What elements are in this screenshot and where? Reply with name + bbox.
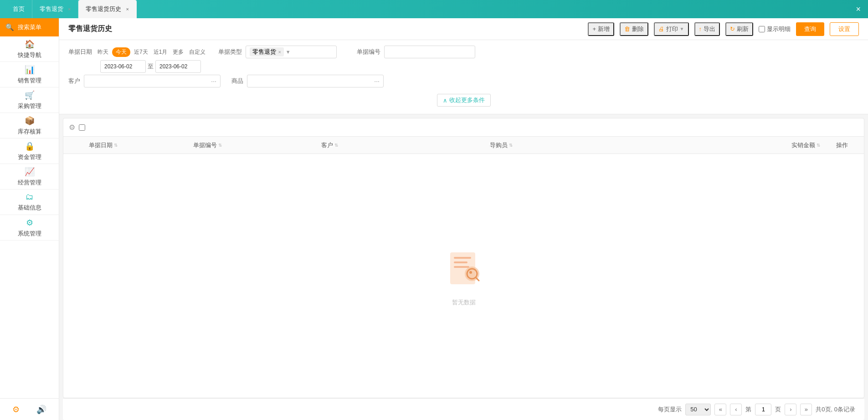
sidebar-item-purchase[interactable]: 🛒 采购管理: [0, 87, 59, 113]
date-btn-yesterday[interactable]: 昨天: [96, 47, 110, 57]
show-detail-checkbox-container[interactable]: 显示明细: [759, 25, 791, 33]
col-date-header[interactable]: 单据日期 ⇅: [85, 141, 190, 149]
tab-retail-return-label: 零售退货: [40, 5, 63, 13]
type-tag-input[interactable]: 零售退货 × ▼: [246, 46, 337, 58]
collapse-filter-button[interactable]: ∧ 收起更多条件: [437, 94, 491, 107]
prev-page-button[interactable]: ‹: [730, 404, 742, 415]
top-bar: 首页 零售退货 × 零售退货历史 × ×: [0, 0, 868, 18]
last-page-icon: »: [805, 406, 808, 413]
goods-select[interactable]: ···: [247, 75, 384, 87]
next-page-button[interactable]: ›: [785, 404, 796, 415]
filter-row-2: 客户 ··· 商品 ···: [68, 75, 859, 87]
tab-retail-return[interactable]: 零售退货 ×: [32, 0, 78, 18]
col-no-header[interactable]: 单据编号 ⇅: [190, 141, 318, 149]
sidebar-item-inventory[interactable]: 📦 库存核算: [0, 113, 59, 138]
date-btn-custom[interactable]: 自定义: [187, 47, 207, 57]
page-size-select[interactable]: 10 20 50 100: [685, 404, 711, 415]
date-btn-more[interactable]: 更多: [171, 47, 185, 57]
date-btn-1month[interactable]: 近1月: [152, 47, 169, 57]
no-filter: 单据编号: [357, 46, 484, 58]
table-select-all-checkbox[interactable]: [79, 124, 85, 131]
sidebar-item-quick-nav-label: 快捷导航: [18, 51, 41, 59]
sidebar-item-finance-label: 资金管理: [18, 153, 41, 161]
tab-home[interactable]: 首页: [5, 0, 32, 18]
page-total-info: 共0页, 0条记录: [816, 405, 855, 414]
next-page-icon: ›: [790, 406, 791, 413]
filter-area: 单据日期 昨天 今天 近7天 近1月 更多 自定义 单据类型: [59, 40, 868, 114]
search-icon: 🔍: [5, 23, 14, 31]
sidebar-item-finance[interactable]: 🔒 资金管理: [0, 138, 59, 164]
delete-button[interactable]: 🗑 删除: [620, 22, 648, 36]
date-from-input[interactable]: [100, 60, 146, 73]
show-detail-checkbox[interactable]: [759, 26, 765, 32]
tab-retail-return-close-icon[interactable]: ×: [68, 6, 71, 12]
collapse-filter-label: 收起更多条件: [449, 96, 485, 104]
empty-text: 暂无数据: [452, 298, 476, 307]
basic-info-icon: 🗂: [26, 192, 34, 202]
print-button[interactable]: 🖨 打印 ▼: [654, 22, 689, 36]
col-guide-header[interactable]: 导购员 ⇅: [486, 141, 615, 149]
new-button[interactable]: + 新增: [588, 22, 614, 36]
sidebar-item-quick-nav[interactable]: 🏠 快捷导航: [0, 36, 59, 62]
sidebar-item-sales[interactable]: 📊 销售管理: [0, 62, 59, 87]
col-amount-header[interactable]: 实销金额 ⇅: [695, 141, 824, 149]
type-tag-close-icon[interactable]: ×: [278, 49, 281, 55]
date-filter: 单据日期 昨天 今天 近7天 近1月 更多 自定义: [68, 47, 207, 57]
sidebar-item-basic-info[interactable]: 🗂 基础信息: [0, 190, 59, 215]
sidebar: 🔍 搜索菜单 🏠 快捷导航 📊 销售管理 🛒 采购管理 📦 库存核算 🔒 资金管…: [0, 18, 59, 420]
tab-retail-return-history-label: 零售退货历史: [86, 5, 121, 13]
operation-icon: 📈: [25, 167, 35, 177]
date-to-input[interactable]: [155, 60, 201, 73]
page-number-input[interactable]: [755, 404, 771, 415]
last-page-button[interactable]: »: [800, 404, 812, 415]
tab-retail-return-history-close-icon[interactable]: ×: [126, 6, 128, 12]
table-area: ⚙ 单据日期 ⇅ 单据编号 ⇅ 客户 ⇅ 导购员: [63, 118, 864, 398]
type-filter: 单据类型 零售退货 × ▼: [218, 46, 346, 58]
purchase-icon: 🛒: [25, 90, 35, 100]
volume-bottom-icon[interactable]: 🔊: [36, 405, 46, 415]
export-button[interactable]: ↑ 导出: [694, 22, 720, 36]
no-filter-label: 单据编号: [357, 48, 380, 56]
customer-select[interactable]: ···: [84, 75, 221, 87]
col-no-sort-icon[interactable]: ⇅: [218, 143, 222, 148]
col-customer-header[interactable]: 客户 ⇅: [318, 141, 486, 149]
header-actions: + 新增 🗑 删除 🖨 打印 ▼ ↑ 导出 ↻ 刷新: [588, 22, 859, 36]
col-amount-label: 实销金额: [791, 141, 815, 149]
date-btn-7days[interactable]: 近7天: [132, 47, 150, 57]
refresh-button[interactable]: ↻ 刷新: [725, 22, 753, 36]
col-customer-sort-icon[interactable]: ⇅: [334, 143, 338, 148]
goods-ellipsis-icon[interactable]: ···: [374, 77, 380, 85]
date-btn-today[interactable]: 今天: [112, 47, 130, 57]
table-settings-icon[interactable]: ⚙: [69, 123, 75, 132]
filter-row-date-inputs: 至: [100, 60, 859, 73]
date-range: 昨天 今天 近7天 近1月 更多 自定义: [96, 47, 207, 57]
col-date-sort-icon[interactable]: ⇅: [114, 143, 118, 148]
col-action-header: 操作: [824, 141, 860, 149]
col-guide-sort-icon[interactable]: ⇅: [509, 143, 513, 148]
setting-button[interactable]: 设置: [830, 22, 859, 36]
col-amount-sort-icon[interactable]: ⇅: [817, 143, 820, 148]
date-filter-label: 单据日期: [68, 48, 92, 56]
customer-ellipsis-icon[interactable]: ···: [211, 77, 216, 85]
no-filter-input[interactable]: [384, 46, 475, 58]
system-icon: ⚙: [26, 218, 33, 228]
empty-state-icon: [441, 246, 487, 291]
settings-bottom-icon[interactable]: ⚙: [12, 405, 20, 415]
page-label-suffix: 页: [775, 405, 781, 414]
svg-rect-3: [454, 266, 469, 268]
sidebar-search[interactable]: 🔍 搜索菜单: [0, 18, 59, 36]
sidebar-item-purchase-label: 采购管理: [18, 102, 41, 110]
sidebar-item-system[interactable]: ⚙ 系统管理: [0, 215, 59, 241]
sidebar-item-operation[interactable]: 📈 经营管理: [0, 164, 59, 190]
print-icon: 🖨: [658, 26, 664, 32]
filter-row-1: 单据日期 昨天 今天 近7天 近1月 更多 自定义 单据类型: [68, 46, 859, 58]
tab-retail-return-history[interactable]: 零售退货历史 ×: [78, 0, 136, 18]
query-button[interactable]: 查询: [796, 22, 824, 36]
date-range-separator: 至: [148, 62, 154, 71]
first-page-button[interactable]: «: [714, 404, 726, 415]
close-window-icon[interactable]: ×: [856, 5, 861, 14]
type-dropdown-icon[interactable]: ▼: [286, 49, 291, 55]
date-inputs: 至: [100, 60, 201, 73]
quick-nav-icon: 🏠: [25, 39, 35, 49]
print-button-label: 打印: [666, 25, 678, 33]
